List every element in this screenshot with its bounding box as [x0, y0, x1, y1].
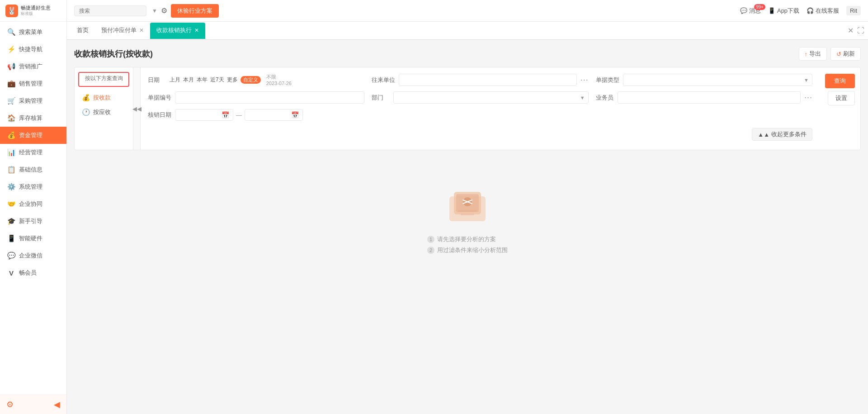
collapse-sidebar-icon[interactable]: ◀	[54, 400, 60, 409]
refresh-button[interactable]: ↺ 刷新	[830, 47, 861, 61]
export-button[interactable]: ↑ 导出	[799, 47, 827, 61]
topbar-search-input[interactable]	[74, 5, 146, 16]
finance-icon: 💰	[7, 131, 15, 139]
tip-text-2: 用过滤条件来缩小分析范围	[437, 246, 508, 254]
sidebar-item-finance[interactable]: 💰 资金管理	[0, 127, 66, 144]
date-custom-badge[interactable]: 自定义	[241, 76, 261, 84]
sidebar-bottom: ⚙ ◀	[0, 395, 66, 414]
sidebar: 🐰 畅捷通好生意 标准版 🔍 搜索菜单 ⚡ 快捷导航 📢 营销推广 💼 销售管理…	[0, 0, 67, 414]
filter-option-by-receivable[interactable]: 🕐 按应收	[75, 105, 133, 119]
date-more[interactable]: 更多	[227, 76, 238, 84]
close-all-tabs-icon[interactable]: ✕	[848, 26, 854, 35]
svg-rect-6	[458, 210, 476, 212]
doctype-select[interactable]	[623, 74, 812, 86]
tabbar: 首页 预付冲应付单 ✕ 收款核销执行 ✕ ✕ ⛶	[67, 22, 868, 40]
online-service-button[interactable]: 🎧 在线客服	[807, 7, 839, 15]
verify-date-from-input[interactable]: 2023-03-01	[179, 112, 220, 119]
date-this-year[interactable]: 本年	[197, 76, 208, 84]
filter-option-label: 按收款	[93, 94, 111, 102]
management-icon: 📊	[7, 148, 15, 157]
settings-icon[interactable]: ⚙	[6, 400, 14, 409]
receipt-filter-icon: 💰	[82, 94, 90, 102]
date-this-month[interactable]: 本月	[183, 76, 194, 84]
dept-select[interactable]	[393, 91, 588, 104]
sidebar-item-quick[interactable]: ⚡ 快捷导航	[0, 41, 66, 58]
guide-icon: 🎓	[7, 217, 15, 225]
sidebar-item-label: 销售管理	[19, 80, 42, 88]
docno-filter-group: 单据编号	[148, 91, 364, 104]
hardware-icon: 📱	[7, 234, 15, 243]
sidebar-item-label: 新手引导	[19, 217, 42, 225]
query-button[interactable]: 查询	[825, 74, 855, 88]
sidebar-item-purchase[interactable]: 🛒 采购管理	[0, 92, 66, 109]
collapse-bar: ▲▲ 收起更多条件	[148, 126, 812, 143]
fullscreen-icon[interactable]: ⛶	[857, 27, 864, 35]
empty-tips: 1 请先选择要分析的方案 2 用过滤条件来缩小分析范围	[427, 235, 508, 254]
app-version: 标准版	[21, 11, 51, 17]
filter-row-3: 核销日期 2023-03-01 📅 — 2023-07-21 📅	[148, 109, 812, 121]
staff-filter-group: 业务员 ···	[596, 91, 812, 104]
date-range-separator: —	[236, 112, 242, 119]
partner-ellipsis-button[interactable]: ···	[580, 75, 589, 85]
collapse-up-icon: ▲▲	[758, 131, 769, 138]
sidebar-item-management[interactable]: 📊 经营管理	[0, 144, 66, 161]
sidebar-item-hardware[interactable]: 📱 智能硬件	[0, 230, 66, 247]
sidebar-item-label: 资金管理	[19, 131, 42, 139]
app-name: 畅捷通好生意	[21, 5, 51, 11]
calendar-to-icon[interactable]: 📅	[291, 111, 299, 119]
service-icon: 🎧	[807, 7, 814, 14]
receivable-filter-icon: 🕐	[82, 108, 90, 116]
tab-verify[interactable]: 收款核销执行 ✕	[150, 23, 205, 39]
filter-option-by-receipt[interactable]: 💰 按收款	[75, 90, 133, 105]
industry-solution-button[interactable]: 休验行业方案	[171, 4, 219, 18]
staff-input[interactable]	[618, 91, 801, 104]
tab-prepay-close-icon[interactable]: ✕	[139, 27, 144, 33]
sidebar-item-marketing[interactable]: 📢 营销推广	[0, 58, 66, 75]
sidebar-item-label: 经营管理	[19, 148, 42, 157]
svg-rect-7	[461, 214, 474, 215]
sidebar-item-sales[interactable]: 💼 销售管理	[0, 75, 66, 92]
partner-input[interactable]	[399, 74, 576, 86]
tab-home[interactable]: 首页	[71, 23, 95, 39]
tip-num-1: 1	[427, 236, 434, 243]
topbar-gear-icon[interactable]: ⚙	[161, 6, 167, 15]
docno-input[interactable]	[175, 91, 364, 104]
collapse-more-button[interactable]: ▲▲ 收起更多条件	[752, 128, 812, 141]
staff-ellipsis-button[interactable]: ···	[804, 93, 812, 102]
sidebar-item-inventory[interactable]: 🏠 库存核算	[0, 109, 66, 127]
verify-date-range: 2023-03-01 📅 — 2023-07-21 📅	[175, 109, 303, 121]
date-last-month[interactable]: 上月	[170, 76, 180, 84]
collapse-more-label: 收起更多条件	[771, 130, 807, 138]
topbar-dropdown-icon[interactable]: ▼	[152, 8, 157, 14]
sidebar-item-search[interactable]: 🔍 搜索菜单	[0, 24, 66, 41]
sidebar-item-label: 库存核算	[19, 114, 42, 122]
logo-icon: 🐰	[5, 5, 18, 17]
header-actions: ↑ 导出 ↺ 刷新	[799, 47, 861, 61]
calendar-from-icon[interactable]: 📅	[222, 111, 229, 119]
quick-nav-icon: ⚡	[7, 45, 15, 53]
user-profile[interactable]: Rit	[846, 6, 861, 15]
refresh-icon: ↺	[836, 51, 841, 57]
sidebar-item-guide[interactable]: 🎓 新手引导	[0, 213, 66, 230]
verify-date-to-input[interactable]: 2023-07-21	[249, 112, 289, 119]
sidebar-item-member[interactable]: V 畅会员	[0, 264, 66, 281]
settings-button[interactable]: 设置	[828, 91, 855, 105]
page-header: 收款核销执行(按收款) ↑ 导出 ↺ 刷新	[74, 47, 861, 61]
sidebar-item-basic[interactable]: 📋 基础信息	[0, 161, 66, 178]
date-last-7days[interactable]: 近7天	[210, 76, 224, 84]
message-button[interactable]: 💬 消息 99+	[740, 7, 761, 15]
filter-toggle[interactable]: ◀◀	[133, 67, 141, 150]
dept-label: 部门	[372, 94, 390, 102]
sidebar-item-label: 采购管理	[19, 97, 42, 105]
app-download-button[interactable]: 📱 App下载	[768, 7, 799, 15]
sidebar-item-collab[interactable]: 🤝 企业协同	[0, 195, 66, 213]
member-icon: V	[7, 269, 15, 277]
query-area: 查询 设置	[820, 67, 860, 150]
purchase-icon: 🛒	[7, 97, 15, 105]
tab-prepay[interactable]: 预付冲应付单 ✕	[95, 23, 150, 39]
doctype-label: 单据类型	[596, 76, 619, 84]
sidebar-item-wechat[interactable]: 💬 企业微信	[0, 247, 66, 264]
sidebar-nav: 🔍 搜索菜单 ⚡ 快捷导航 📢 营销推广 💼 销售管理 🛒 采购管理 🏠 库存核…	[0, 22, 66, 395]
sidebar-item-system[interactable]: ⚙️ 系统管理	[0, 178, 66, 195]
tab-verify-close-icon[interactable]: ✕	[194, 27, 199, 33]
